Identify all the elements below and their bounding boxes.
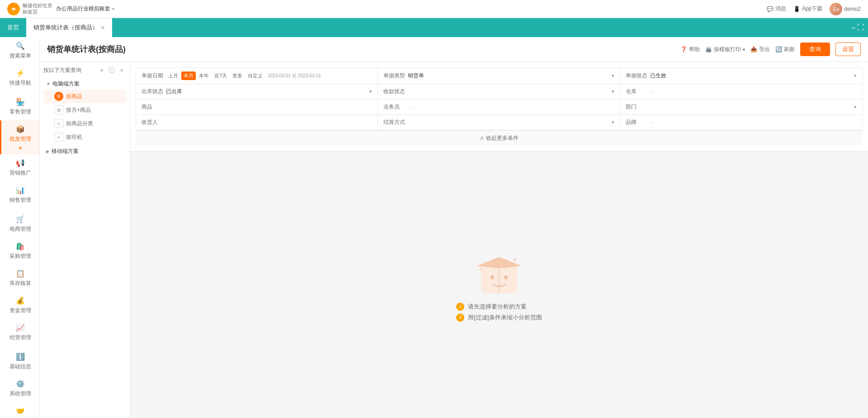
scheme-item-by-goods[interactable]: 按 按商品 <box>43 90 126 103</box>
warehouse-dots: ··· <box>650 89 655 95</box>
date-tab-this-year[interactable]: 本年 <box>197 71 211 80</box>
salesman-label: 业务员 <box>383 103 405 111</box>
sidebar-item-operations[interactable]: 📈 经营管理 <box>0 319 39 346</box>
app-download-btn[interactable]: 📱 App下载 <box>793 5 822 13</box>
sidebar-item-inventory[interactable]: 📋 库存核算 <box>0 265 39 292</box>
purchase-icon: 🛍️ <box>16 242 25 251</box>
refresh-label: 刷新 <box>784 46 795 53</box>
doc-type-label: 单据类型 <box>383 72 405 80</box>
scheme-item-by-category-label: 按商品分类 <box>66 120 93 128</box>
scheme-item-by-category[interactable]: ≡ 按商品分类 <box>43 117 126 130</box>
wholesale-icon: 📦 <box>16 125 25 133</box>
salesman-dots: ··· <box>408 104 412 110</box>
goods-input[interactable]: ··· <box>166 104 372 110</box>
tab-minimize-icon[interactable]: – <box>851 24 855 32</box>
doc-status-select[interactable]: 已生效 ▾ <box>650 72 857 80</box>
out-status-select[interactable]: 已出库 ▾ <box>166 88 372 95</box>
refresh-btn[interactable]: 🔄 刷新 <box>775 46 795 53</box>
sidebar-item-ecommerce[interactable]: 🛒 电商管理 <box>0 210 39 238</box>
main-layout: 🔍 搜索菜单 ⚡ 快捷导航 🏪 零售管理 📦 批发管理 ▲ 📢 营销推广 📊 销… <box>0 37 868 418</box>
finance-icon: 💰 <box>16 296 25 305</box>
scheme-header: 按以下方案查询 + « <box>43 66 126 75</box>
filter-cell-salesman: 业务员 ··· <box>378 100 620 114</box>
scheme-add-btn[interactable]: + <box>97 66 106 75</box>
warehouse-input[interactable]: ··· <box>650 89 857 95</box>
filter-cell-receipt-status: 收款状态 ▾ <box>378 84 620 99</box>
sidebar-item-quick-nav[interactable]: ⚡ 快捷导航 <box>0 64 39 91</box>
chevron-down-icon: ▾ <box>112 6 114 11</box>
app-selector[interactable]: 办公用品行业模拟账套 ▾ <box>56 5 114 13</box>
svg-point-8 <box>504 276 508 279</box>
scheme-collapse-btn[interactable]: « <box>117 66 126 75</box>
help-btn[interactable]: ❓ 帮助 <box>680 46 700 53</box>
scheme-item-by-driver[interactable]: ≡ 按司机 <box>43 130 126 144</box>
operations-icon: 📈 <box>16 323 25 332</box>
date-tab-custom[interactable]: 自定义 <box>245 71 265 80</box>
sidebar-item-basic-info[interactable]: ℹ️ 基础信息 <box>0 348 39 375</box>
main-right: 单据日期 上月 本月 本年 近7天 更多 自定义 2023-03-01 至 20… <box>130 62 868 418</box>
receiver-input[interactable]: ··· <box>166 119 372 126</box>
date-tab-last-month[interactable]: 上月 <box>166 71 180 80</box>
sidebar-label-system: 系统管理 <box>9 390 31 398</box>
svg-point-7 <box>491 276 494 279</box>
department-chevron-icon: ▾ <box>854 104 857 110</box>
payment-select[interactable]: ▾ <box>408 119 614 125</box>
tab-home-label: 首页 <box>7 24 19 32</box>
empty-hint-2: 2 用[过滤]条件来缩小分析范围 <box>456 314 542 322</box>
user-info[interactable]: Ea demo2 <box>830 3 861 15</box>
scheme-group-mobile-header[interactable]: ▶ 移动端方案 <box>43 146 126 157</box>
date-range-value: 2023-03-01 至 2023-03-31 <box>268 73 321 79</box>
payment-chevron-icon: ▾ <box>612 119 614 125</box>
doc-type-chevron-icon: ▾ <box>612 73 614 79</box>
sidebar: 🔍 搜索菜单 ⚡ 快捷导航 🏪 零售管理 📦 批发管理 ▲ 📢 营销推广 📊 销… <box>0 37 40 418</box>
filter-row-2: 出库状态 已出库 ▾ 收款状态 ▾ <box>136 84 863 100</box>
app-name: 办公用品行业模拟账套 <box>56 5 110 13</box>
sales-icon: 📊 <box>16 186 25 195</box>
date-tab-this-month[interactable]: 本月 <box>181 71 196 80</box>
scheme-group-desktop-header[interactable]: ▼ 电脑端方案 <box>43 78 126 90</box>
tab-active[interactable]: 销货单统计表（按商品） ✕ <box>26 18 112 37</box>
sidebar-item-system[interactable]: ⚙️ 系统管理 <box>0 375 39 402</box>
scheme-edit-btn[interactable] <box>107 66 116 75</box>
sidebar-item-search[interactable]: 🔍 搜索菜单 <box>0 37 39 64</box>
sidebar-item-sales[interactable]: 📊 销售管理 <box>0 181 39 209</box>
sidebar-label-sales: 销售管理 <box>9 196 31 204</box>
sidebar-item-marketing[interactable]: 📢 营销推广 <box>0 154 39 181</box>
sidebar-label-purchase: 采购管理 <box>9 252 31 260</box>
template-print-btn[interactable]: 🖨️ 按模板打印 ▾ <box>705 46 745 53</box>
collapse-btn[interactable]: ∧ 收起更多条件 <box>136 130 863 146</box>
department-select[interactable]: ▾ <box>650 104 857 110</box>
date-label: 单据日期 <box>142 72 163 80</box>
scheme-item-by-month-goods[interactable]: ⊞ 按月+商品 <box>43 103 126 117</box>
setting-button[interactable]: 设置 <box>835 43 861 56</box>
salesman-input[interactable]: ··· <box>408 104 614 110</box>
collapse-text: ∧ 收起更多条件 <box>480 135 518 141</box>
hint-text-1: 请先选择要分析的方案 <box>468 303 527 311</box>
sidebar-item-collab[interactable]: 🤝 企业协同 <box>0 402 39 418</box>
export-btn[interactable]: 📤 导出 <box>750 46 770 53</box>
out-status-value: 已出库 <box>166 88 182 95</box>
tab-maximize-icon[interactable]: ⛶ <box>857 24 864 32</box>
tab-bar: 首页 销货单统计表（按商品） ✕ – ⛶ <box>0 18 868 37</box>
sidebar-item-finance[interactable]: 💰 资金管理 <box>0 292 39 319</box>
receipt-status-select[interactable]: ▾ <box>408 89 614 95</box>
query-button[interactable]: 查询 <box>800 43 830 56</box>
tab-home[interactable]: 首页 <box>0 18 26 37</box>
message-btn[interactable]: 💬 消息 <box>767 5 786 13</box>
sidebar-item-retail[interactable]: 🏪 零售管理 <box>0 93 39 120</box>
avatar: Ea <box>830 3 842 15</box>
page-actions: ❓ 帮助 🖨️ 按模板打印 ▾ 📤 导出 🔄 刷新 查询 设置 <box>680 43 861 56</box>
date-tab-more[interactable]: 更多 <box>230 71 245 80</box>
sidebar-item-wholesale[interactable]: 📦 批发管理 ▲ <box>0 120 39 154</box>
scheme-group-mobile: ▶ 移动端方案 <box>43 146 126 157</box>
sidebar-item-purchase[interactable]: 🛍️ 采购管理 <box>0 238 39 265</box>
refresh-icon: 🔄 <box>775 46 782 52</box>
goods-label: 商品 <box>142 103 163 111</box>
date-tab-7days[interactable]: 近7天 <box>212 71 229 80</box>
sidebar-label-operations: 经营管理 <box>9 334 31 342</box>
doc-type-select[interactable]: 销货单 ▾ <box>408 72 614 80</box>
brand-input[interactable]: ··· <box>650 119 857 126</box>
tab-close-icon[interactable]: ✕ <box>101 25 105 31</box>
scheme-item-by-goods-label: 按商品 <box>66 93 82 100</box>
brand-dots: ··· <box>650 119 655 126</box>
